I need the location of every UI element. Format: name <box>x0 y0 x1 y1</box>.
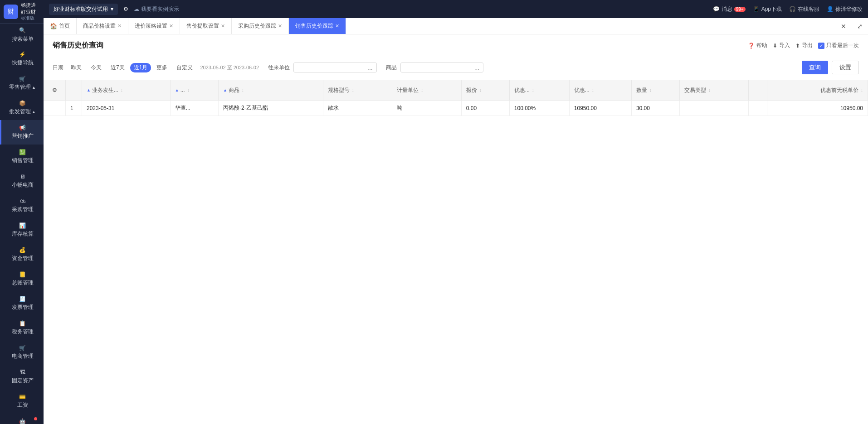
table-row: 1 2023-05-31 华查... 丙烯酸-2-乙基己酯 散水 吨 0.00 … <box>44 101 868 116</box>
settings-button[interactable]: 设置 <box>832 61 859 74</box>
date-btn-7days[interactable]: 近7天 <box>107 63 128 72</box>
sidebar-item-marketing[interactable]: 📢 营销推广 <box>0 120 44 145</box>
quick-nav[interactable]: ⚡ 快捷导航 <box>0 47 44 71</box>
date-btn-custom[interactable]: 自定义 <box>173 63 196 72</box>
col-trade-type[interactable]: 交易类型 ↕ <box>680 80 749 101</box>
date-btn-yesterday[interactable]: 昨天 <box>67 63 85 72</box>
col-price[interactable]: 报价 ↕ <box>461 80 509 101</box>
col-discount1[interactable]: 优惠... ↕ <box>509 80 569 101</box>
only-last-checkbox[interactable]: ✓ <box>818 43 824 49</box>
only-last-checkbox-label[interactable]: ✓ 只看最后一次 <box>818 42 859 49</box>
messages-badge: 99+ <box>734 7 746 12</box>
col-index <box>66 80 82 101</box>
date-btn-today[interactable]: 今天 <box>87 63 105 72</box>
user-menu[interactable]: 👤 徐泽华修改 <box>827 5 863 13</box>
sidebar-item-sales[interactable]: 💹 销售管理 <box>0 145 44 169</box>
sidebar-item-finance[interactable]: 💰 资金管理 <box>0 242 44 267</box>
sidebar-item-ecommerce-small[interactable]: 🖥 小畅电商 <box>0 169 44 193</box>
sort-product-icon: ▲ <box>223 88 227 92</box>
sidebar-item-inventory[interactable]: 📊 库存核算 <box>0 218 44 242</box>
sidebar-item-fixed-assets[interactable]: 🏗 固定资产 <box>0 365 44 389</box>
row-spacer-cell <box>749 101 767 116</box>
sales-icon: 💹 <box>19 149 26 155</box>
purchase-icon: 🛍 <box>20 198 25 204</box>
row-discount2-cell: 10950.00 <box>569 101 631 116</box>
col-pretax-price[interactable]: 优惠前无税单价 ↕ <box>767 80 868 101</box>
product-dots[interactable]: ... <box>474 64 480 71</box>
close-window-button[interactable]: ✕ <box>835 18 852 34</box>
query-button[interactable]: 查询 <box>802 61 828 74</box>
sort-icon: ↕ <box>121 88 123 93</box>
col-spec[interactable]: 规格型号 ↕ <box>323 80 392 101</box>
sort-icon-more: ↕ <box>187 88 190 93</box>
tab-purchase-strategy[interactable]: 进价策略设置 ✕ <box>128 18 180 34</box>
search-menu[interactable]: 🔍 搜索菜单 <box>0 24 44 47</box>
source-unit-dots[interactable]: ... <box>367 64 373 71</box>
col-more[interactable]: ▲ ... ↕ <box>170 80 218 101</box>
marketing-icon: 📢 <box>19 125 26 131</box>
filter-area: 日期 昨天 今天 近7天 近1月 更多 自定义 2023-05-02 至 202… <box>44 55 868 80</box>
ledger-icon: 📒 <box>19 271 26 278</box>
row-quantity-cell: 30.00 <box>631 101 679 116</box>
tab-close-purchase-strategy[interactable]: ✕ <box>169 23 173 29</box>
download-icon: 📱 <box>753 6 760 12</box>
sidebar-item-smart[interactable]: 🤖 智能管理 <box>0 414 44 424</box>
settings-gear-button[interactable]: ⚙ <box>123 6 128 12</box>
col-discount2[interactable]: 优惠... ↕ <box>569 80 631 101</box>
export-button[interactable]: ⬆ 导出 <box>795 42 813 49</box>
sidebar-item-salary[interactable]: 💳 工资 <box>0 389 44 414</box>
tab-selector[interactable]: 好业财标准版交付试用 ▾ <box>49 4 118 15</box>
main-area: 好业财标准版交付试用 ▾ ⚙ ☁ 我要看实例演示 💬 消息 99+ 📱 App下… <box>44 0 868 424</box>
logo-icon: 财 <box>4 5 18 19</box>
tab-close-sale-history[interactable]: ✕ <box>335 23 339 29</box>
import-button[interactable]: ⬇ 导入 <box>773 42 790 49</box>
sidebar: 财 畅捷通好业财 标准版 🔍 搜索菜单 ⚡ 快捷导航 🛒 零售管理 ▲ 📦 批发… <box>0 0 44 424</box>
page-title: 销售历史价查询 <box>53 41 103 50</box>
help-button[interactable]: ❓ 帮助 <box>748 42 767 49</box>
tab-product-price[interactable]: 商品价格设置 ✕ <box>77 18 128 34</box>
tax-icon: 📋 <box>19 320 26 327</box>
page-content: 销售历史价查询 ❓ 帮助 ⬇ 导入 ⬆ 导出 ✓ 只看最后一次 <box>44 34 868 424</box>
page-header-actions: ❓ 帮助 ⬇ 导入 ⬆ 导出 ✓ 只看最后一次 <box>748 42 859 49</box>
sidebar-item-invoice[interactable]: 🧾 发票管理 <box>0 291 44 316</box>
online-service-button[interactable]: 🎧 在线客服 <box>789 5 819 13</box>
tab-selector-label: 好业财标准版交付试用 <box>54 5 108 13</box>
tab-close-product-price[interactable]: ✕ <box>117 23 122 29</box>
col-quantity[interactable]: 数量 ↕ <box>631 80 679 101</box>
sidebar-item-ledger[interactable]: 📒 总账管理 <box>0 267 44 291</box>
product-filter-group: 商品 ... <box>386 63 484 72</box>
table-gear-btn[interactable]: ⚙ <box>48 84 61 96</box>
row-discount1-cell: 100.00% <box>509 101 569 116</box>
topbar: 好业财标准版交付试用 ▾ ⚙ ☁ 我要看实例演示 💬 消息 99+ 📱 App下… <box>44 0 868 18</box>
tab-close-purchase-history[interactable]: ✕ <box>278 23 282 29</box>
tab-close-sale-extract[interactable]: ✕ <box>221 23 225 29</box>
col-biz-date[interactable]: ▲ 业务发生... ↕ <box>82 80 171 101</box>
sidebar-item-ecommerce[interactable]: 🛒 电商管理 <box>0 340 44 365</box>
tab-purchase-history[interactable]: 采购历史价跟踪 ✕ <box>232 18 289 34</box>
sidebar-item-retail[interactable]: 🛒 零售管理 ▲ <box>0 71 44 96</box>
sidebar-item-tax[interactable]: 📋 税务管理 <box>0 316 44 340</box>
date-filter-label: 日期 <box>53 64 63 72</box>
inventory-icon: 📊 <box>19 222 26 229</box>
col-product[interactable]: ▲ 商品 ↕ <box>218 80 323 101</box>
col-unit[interactable]: 计量单位 ↕ <box>392 80 461 101</box>
col-gear: ⚙ <box>44 80 66 101</box>
sort-icon-unit: ↕ <box>421 88 423 93</box>
messages-button[interactable]: 💬 消息 99+ <box>713 5 746 13</box>
demo-link[interactable]: ☁ 我要看实例演示 <box>134 5 179 13</box>
sidebar-item-purchase[interactable]: 🛍 采购管理 <box>0 193 44 218</box>
date-btn-more[interactable]: 更多 <box>153 63 171 72</box>
search-icon: 🔍 <box>19 27 26 34</box>
tab-sale-extract[interactable]: 售价提取设置 ✕ <box>180 18 232 34</box>
nav-icon: ⚡ <box>19 51 26 58</box>
app-download-button[interactable]: 📱 App下载 <box>753 5 782 13</box>
date-btn-1month[interactable]: 近1月 <box>130 63 151 72</box>
headset-icon: 🎧 <box>789 6 796 12</box>
source-unit-input[interactable] <box>297 64 366 71</box>
row-biz-date-cell: 2023-05-31 <box>82 101 171 116</box>
tab-sale-history[interactable]: 销售历史价跟踪 ✕ <box>289 18 346 34</box>
tab-home[interactable]: 🏠 首页 <box>44 18 77 34</box>
product-input[interactable] <box>405 64 473 71</box>
sidebar-item-wholesale[interactable]: 📦 批发管理 ▲ <box>0 96 44 120</box>
maximize-window-button[interactable]: ⤢ <box>852 18 868 34</box>
